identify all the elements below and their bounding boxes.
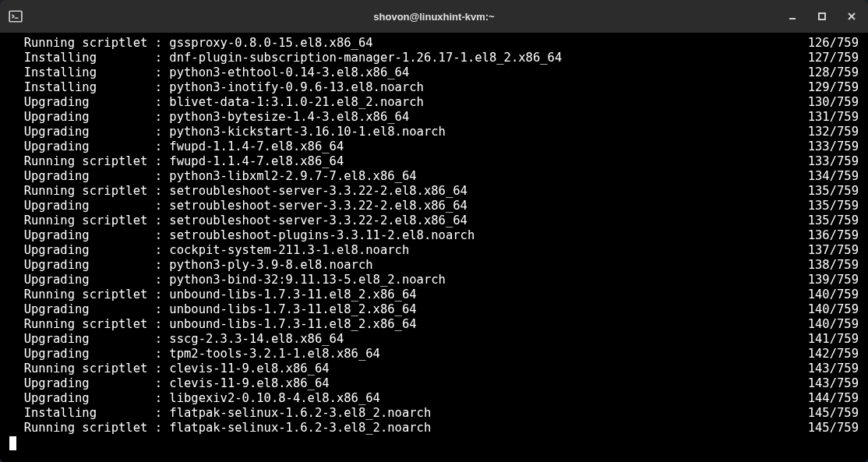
output-line: Upgrading : python3-ply-3.9-8.el8.noarch… [9,258,859,273]
close-icon [847,12,856,21]
output-line-text: Running scriptlet : unbound-libs-1.7.3-1… [9,317,417,332]
output-line: Running scriptlet : unbound-libs-1.7.3-1… [9,317,859,332]
output-line-text: Upgrading : libgexiv2-0.10.8-4.el8.x86_6… [9,391,380,406]
window-controls [782,6,862,26]
output-line: Running scriptlet : setroubleshoot-serve… [9,184,859,199]
output-line: Upgrading : clevis-11-9.el8.x86_64143/75… [9,376,859,391]
svg-rect-0 [9,11,22,22]
terminal-window: shovon@linuxhint-kvm:~ Running scriptlet… [0,0,868,462]
terminal-output[interactable]: Running scriptlet : gssproxy-0.8.0-15.el… [0,33,868,462]
output-line-progress: 137/759 [808,243,859,258]
maximize-icon [817,12,827,21]
output-line-text: Upgrading : python3-bytesize-1.4-3.el8.x… [9,110,409,125]
output-line: Running scriptlet : flatpak-selinux-1.6.… [9,421,859,436]
output-line-progress: 145/759 [808,421,859,436]
output-line: Upgrading : libgexiv2-0.10.8-4.el8.x86_6… [9,391,859,406]
output-line: Upgrading : blivet-data-1:3.1.0-21.el8_2… [9,95,859,110]
output-line: Installing : flatpak-selinux-1.6.2-3.el8… [9,406,859,421]
output-line-text: Installing : flatpak-selinux-1.6.2-3.el8… [9,406,431,421]
terminal-app-icon [6,7,25,26]
window-title: shovon@linuxhint-kvm:~ [373,11,494,23]
output-line-progress: 141/759 [808,332,859,347]
output-line-progress: 128/759 [808,65,859,80]
output-line-progress: 143/759 [808,376,859,391]
output-line-text: Upgrading : python3-libxml2-2.9.7-7.el8.… [9,169,417,184]
output-line-progress: 142/759 [808,347,859,361]
output-line-text: Upgrading : cockpit-system-211.3-1.el8.n… [9,243,409,258]
output-line-text: Upgrading : setroubleshoot-server-3.3.22… [9,199,468,213]
output-line: Installing : dnf-plugin-subscription-man… [9,51,859,65]
output-line-progress: 143/759 [808,361,859,376]
output-line: Running scriptlet : gssproxy-0.8.0-15.el… [9,36,859,51]
output-line-text: Running scriptlet : setroubleshoot-serve… [9,184,468,199]
output-line-text: Installing : python3-ethtool-0.14-3.el8.… [9,65,409,80]
output-line-text: Upgrading : tpm2-tools-3.2.1-1.el8.x86_6… [9,347,380,361]
output-line-progress: 134/759 [808,169,859,184]
output-line-text: Upgrading : fwupd-1.1.4-7.el8.x86_64 [9,139,344,154]
output-line-progress: 136/759 [808,228,859,243]
output-line-progress: 140/759 [808,287,859,302]
output-line-text: Upgrading : blivet-data-1:3.1.0-21.el8_2… [9,95,424,110]
output-line: Upgrading : tpm2-tools-3.2.1-1.el8.x86_6… [9,347,859,361]
output-line: Running scriptlet : setroubleshoot-serve… [9,213,859,228]
close-button[interactable] [842,6,862,26]
output-line: Upgrading : unbound-libs-1.7.3-11.el8_2.… [9,302,859,317]
output-line-progress: 135/759 [808,184,859,199]
output-line: Upgrading : sscg-2.3.3-14.el8.x86_64141/… [9,332,859,347]
output-line-text: Upgrading : python3-ply-3.9-8.el8.noarch [9,258,373,273]
output-line-progress: 127/759 [808,51,859,65]
output-line-progress: 129/759 [808,80,859,95]
output-line: Upgrading : fwupd-1.1.4-7.el8.x86_64133/… [9,139,859,154]
minimize-button[interactable] [782,6,803,26]
cursor-line [9,436,859,450]
output-line-text: Upgrading : python3-kickstart-3.16.10-1.… [9,125,446,139]
output-line: Running scriptlet : fwupd-1.1.4-7.el8.x8… [9,154,859,169]
output-line-text: Running scriptlet : clevis-11-9.el8.x86_… [9,361,330,376]
output-line: Upgrading : setroubleshoot-server-3.3.22… [9,199,859,213]
output-line: Upgrading : python3-libxml2-2.9.7-7.el8.… [9,169,859,184]
output-line-progress: 132/759 [808,125,859,139]
output-line-progress: 140/759 [808,302,859,317]
output-line-progress: 139/759 [808,273,859,287]
output-line: Running scriptlet : clevis-11-9.el8.x86_… [9,361,859,376]
output-line: Running scriptlet : unbound-libs-1.7.3-1… [9,287,859,302]
output-line-text: Running scriptlet : fwupd-1.1.4-7.el8.x8… [9,154,344,169]
output-line-text: Upgrading : unbound-libs-1.7.3-11.el8_2.… [9,302,417,317]
cursor [9,436,16,450]
output-line: Installing : python3-ethtool-0.14-3.el8.… [9,65,859,80]
maximize-button[interactable] [812,6,832,26]
output-line-text: Installing : python3-inotify-0.9.6-13.el… [9,80,424,95]
output-line-text: Upgrading : clevis-11-9.el8.x86_64 [9,376,330,391]
output-line-progress: 130/759 [808,95,859,110]
output-line-text: Running scriptlet : flatpak-selinux-1.6.… [9,421,431,436]
output-line: Upgrading : python3-bytesize-1.4-3.el8.x… [9,110,859,125]
output-line: Upgrading : cockpit-system-211.3-1.el8.n… [9,243,859,258]
output-line-text: Running scriptlet : setroubleshoot-serve… [9,213,468,228]
output-line-progress: 133/759 [808,139,859,154]
titlebar: shovon@linuxhint-kvm:~ [0,0,868,33]
output-line-text: Running scriptlet : unbound-libs-1.7.3-1… [9,287,417,302]
output-line-progress: 133/759 [808,154,859,169]
output-line: Installing : python3-inotify-0.9.6-13.el… [9,80,859,95]
output-line-progress: 126/759 [808,36,859,51]
output-line-text: Upgrading : sscg-2.3.3-14.el8.x86_64 [9,332,344,347]
output-line: Upgrading : python3-bind-32:9.11.13-5.el… [9,273,859,287]
output-line-text: Upgrading : setroubleshoot-plugins-3.3.1… [9,228,475,243]
output-line-progress: 145/759 [808,406,859,421]
output-line-progress: 135/759 [808,213,859,228]
output-line-text: Installing : dnf-plugin-subscription-man… [9,51,562,65]
output-line-text: Upgrading : python3-bind-32:9.11.13-5.el… [9,273,446,287]
output-line: Upgrading : python3-kickstart-3.16.10-1.… [9,125,859,139]
output-line-progress: 135/759 [808,199,859,213]
output-line-progress: 140/759 [808,317,859,332]
output-line-progress: 131/759 [808,110,859,125]
output-line-progress: 144/759 [808,391,859,406]
svg-rect-3 [819,13,825,19]
output-line-text: Running scriptlet : gssproxy-0.8.0-15.el… [9,36,373,51]
output-line: Upgrading : setroubleshoot-plugins-3.3.1… [9,228,859,243]
minimize-icon [788,12,797,21]
output-line-progress: 138/759 [808,258,859,273]
